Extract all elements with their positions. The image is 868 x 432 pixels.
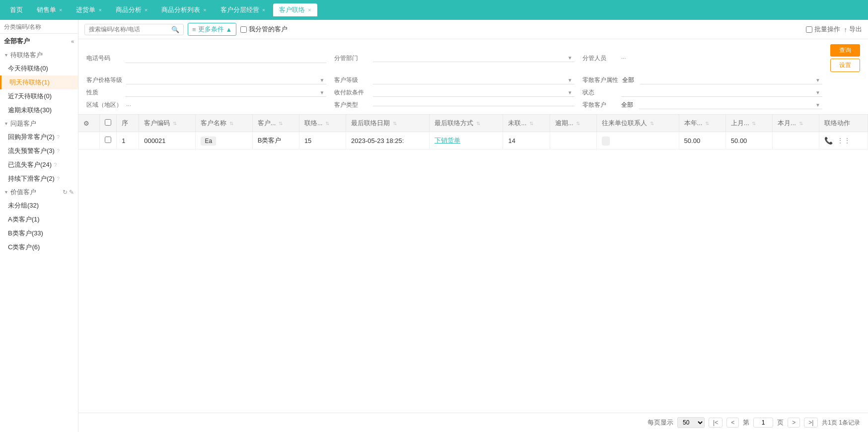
sidebar-item-today[interactable]: 今天待联络(0) xyxy=(0,62,78,75)
row-last-month: 50.00 xyxy=(725,132,772,149)
uncontact-sort-icon[interactable]: ⇅ xyxy=(529,121,533,126)
grid-action-icon[interactable]: ⋮⋮ xyxy=(837,137,851,144)
filter-dept-select[interactable]: ▼ xyxy=(373,54,574,62)
sidebar-section-problem: 问题客户 xyxy=(0,117,78,130)
my-customer-label: 我分管的客户 xyxy=(249,25,288,34)
overdue-sort-icon[interactable]: ⇅ xyxy=(576,121,580,126)
nav-product-analysis[interactable]: 商品分析 × xyxy=(110,3,153,16)
last-date-sort-icon[interactable]: ⇅ xyxy=(393,121,397,126)
set-button[interactable]: 设置 xyxy=(830,59,860,72)
col-checkbox xyxy=(100,115,117,132)
dept-chevron-down-icon: ▼ xyxy=(568,55,573,61)
name-sort-icon[interactable]: ⇅ xyxy=(229,121,233,126)
bulk-op-button[interactable]: 批量操作 xyxy=(806,25,840,34)
export-icon: ↑ xyxy=(844,26,848,33)
retail-customer-chevron-down-icon: ▼ xyxy=(815,102,820,108)
more-filter-button[interactable]: ≡ 更多条件 ▲ xyxy=(188,23,236,36)
sidebar-item-abnormal[interactable]: 回购异常客户(2) ? xyxy=(0,130,78,144)
filter-field-nature: 性质 ▼ xyxy=(86,88,326,97)
more-filter-label: 更多条件 xyxy=(198,25,224,34)
row-checkbox[interactable] xyxy=(105,137,111,143)
row-last-contact-method[interactable]: 下销货单 xyxy=(429,132,503,149)
row-index: 1 xyxy=(117,132,139,149)
sidebar-search-input[interactable] xyxy=(4,23,78,30)
prev-page-button[interactable]: < xyxy=(726,418,739,428)
page-label: 第 xyxy=(743,418,749,427)
page-number-input[interactable] xyxy=(753,418,773,428)
nav-customer-segmentation[interactable]: 客户分层经营 × xyxy=(215,3,271,16)
close-customer-contact-icon[interactable]: × xyxy=(308,7,311,13)
nav-customer-contact[interactable]: 客户联络 × xyxy=(273,3,317,16)
code-sort-icon[interactable]: ⇅ xyxy=(173,121,177,126)
filter-nature-select[interactable]: ▼ xyxy=(125,89,326,97)
export-button[interactable]: ↑ 导出 xyxy=(844,25,863,34)
main-search-input[interactable] xyxy=(89,26,169,33)
sidebar-item-class-c[interactable]: C类客户(6) xyxy=(0,240,78,254)
filter-field-retail-attr: 零散客户属性 全部 ▼ xyxy=(582,76,822,84)
row-this-month xyxy=(773,132,819,149)
filter-price-level-select[interactable]: ▼ xyxy=(126,76,326,84)
column-settings-icon[interactable]: ⚙ xyxy=(83,120,89,127)
filter-area-dots[interactable]: ··· xyxy=(126,102,131,109)
sidebar-item-7days[interactable]: 近7天待联络(0) xyxy=(0,89,78,103)
sidebar-item-ungrouped[interactable]: 未分组(32) xyxy=(0,199,78,213)
col-last-contact-method: 最后联络方式 ⇅ xyxy=(429,115,503,132)
bulk-op-label: 批量操作 xyxy=(814,25,840,34)
hint-icon-warning: ? xyxy=(57,148,60,154)
nav-purchase[interactable]: 进货单 × xyxy=(70,3,107,16)
sidebar-section-pending: 待联络客户 xyxy=(0,49,78,62)
query-button[interactable]: 查询 xyxy=(830,44,860,57)
filter-field-customer-type: 客户类型 xyxy=(334,101,574,109)
search-icon[interactable]: 🔍 xyxy=(171,26,179,33)
sidebar-item-declining[interactable]: 持续下滑客户(2) ? xyxy=(0,172,78,186)
sidebar-all-customers[interactable]: 全部客户 « xyxy=(0,34,78,49)
close-product-analysis-list-icon[interactable]: × xyxy=(203,7,206,13)
sidebar-item-warning[interactable]: 流失预警客户(3) ? xyxy=(0,144,78,158)
last-month-sort-icon[interactable]: ⇅ xyxy=(752,121,756,126)
sidebar-item-tomorrow[interactable]: 明天待联络(1) xyxy=(0,75,78,89)
filter-status-label: 状态 xyxy=(582,88,617,97)
nav-home[interactable]: 首页 xyxy=(4,3,29,16)
filter-payment-select[interactable]: ▼ xyxy=(373,89,574,97)
sidebar-item-lost[interactable]: 已流失客户(24) ? xyxy=(0,158,78,172)
customer-type-sort-icon[interactable]: ⇅ xyxy=(279,121,283,126)
this-month-sort-icon[interactable]: ⇅ xyxy=(799,121,803,126)
my-customer-checkbox-area[interactable]: 我分管的客户 xyxy=(240,25,288,34)
nav-sales[interactable]: 销售单 × xyxy=(31,3,68,16)
last-contact-method-link[interactable]: 下销货单 xyxy=(434,137,460,144)
filter-field-person: 分管人员 ··· xyxy=(582,54,822,63)
phone-action-icon[interactable]: 📞 xyxy=(824,137,833,144)
filter-retail-attr-select[interactable]: ▼ xyxy=(640,76,822,84)
page-size-select[interactable]: 50 10 20 100 xyxy=(677,417,705,428)
next-page-button[interactable]: > xyxy=(788,418,800,428)
nature-chevron-down-icon: ▼ xyxy=(319,90,324,95)
filter-status-select[interactable]: ▼ xyxy=(621,89,822,97)
close-customer-segmentation-icon[interactable]: × xyxy=(262,7,265,13)
close-sales-icon[interactable]: × xyxy=(59,7,62,13)
sidebar-item-class-a[interactable]: A类客户(1) xyxy=(0,213,78,226)
contact-sort-icon[interactable]: ⇅ xyxy=(325,121,329,126)
close-purchase-icon[interactable]: × xyxy=(98,7,101,13)
main-search-box[interactable]: 🔍 xyxy=(84,24,184,35)
contact-person-sort-icon[interactable]: ⇅ xyxy=(650,121,654,126)
filter-icon: ≡ xyxy=(192,26,196,33)
this-year-sort-icon[interactable]: ⇅ xyxy=(705,121,709,126)
sidebar-item-class-b[interactable]: B类客户(33) xyxy=(0,226,78,240)
close-product-analysis-icon[interactable]: × xyxy=(145,7,147,13)
col-action: 联络动作 xyxy=(819,115,868,132)
col-code: 客户编码 ⇅ xyxy=(139,115,196,132)
filter-customer-type-select[interactable] xyxy=(373,104,574,106)
filter-person-dots[interactable]: ··· xyxy=(621,55,626,62)
select-all-checkbox[interactable] xyxy=(105,119,111,126)
filter-customer-level-select[interactable]: ▼ xyxy=(373,76,574,84)
last-page-button[interactable]: >| xyxy=(804,418,818,428)
filter-phone-input[interactable] xyxy=(125,54,326,63)
filter-retail-customer-select[interactable]: ▼ xyxy=(639,101,822,109)
nav-product-analysis-list[interactable]: 商品分析列表 × xyxy=(155,3,212,16)
sidebar-item-overdue[interactable]: 逾期未联络(30) xyxy=(0,103,78,117)
main-layout: 🔍 全部客户 « 待联络客户 今天待联络(0) 明天待联络(1) 近7天待联络(… xyxy=(0,20,868,432)
bulk-checkbox[interactable] xyxy=(806,26,812,33)
my-customer-checkbox[interactable] xyxy=(240,26,247,33)
last-method-sort-icon[interactable]: ⇅ xyxy=(476,121,480,126)
first-page-button[interactable]: |< xyxy=(709,418,723,428)
